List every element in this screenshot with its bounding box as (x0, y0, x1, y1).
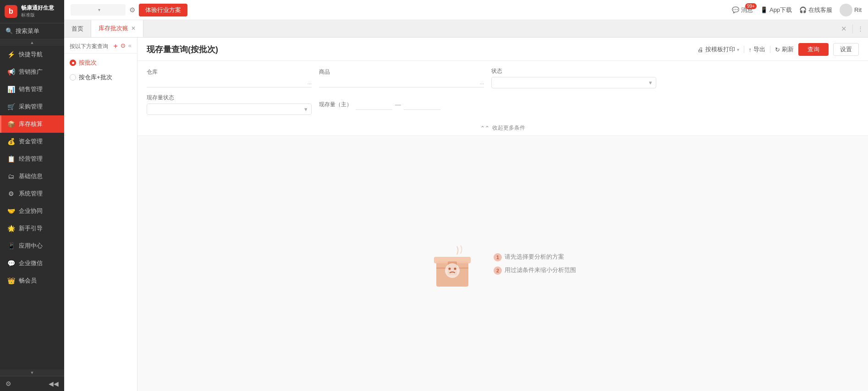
status-label: 状态 (491, 67, 656, 75)
sales-icon: 📊 (7, 86, 15, 93)
sidebar-scroll-up[interactable]: ▲ (0, 39, 64, 46)
sidebar: b 畅康通好生意 标准版 🔍 搜索菜单 ▲ ⚡ 快捷导航 📢 营销推广 📊 销售… (0, 0, 64, 391)
sidebar-item-member[interactable]: 👑 畅会员 (0, 272, 64, 289)
sidebar-item-app-center[interactable]: 📱 应用中心 (0, 237, 64, 255)
tab-inventory-batch-label: 库存批次账 (99, 24, 128, 33)
status-select[interactable]: ▾ (491, 77, 656, 88)
tab-home[interactable]: 首页 (64, 20, 91, 37)
page-title-actions: 🖨 按模板打印 ▾ ↑ 导出 ↻ 刷新 查询 设置 (698, 43, 859, 60)
sidebar-item-label: 资金管理 (19, 137, 43, 146)
page-title: 现存量查询(按批次) (147, 44, 218, 60)
sidebar-scroll-down[interactable]: ▼ (0, 369, 64, 376)
sidebar-item-basic[interactable]: 🗂 基础信息 (0, 168, 64, 185)
search-icon: 🔍 (5, 27, 13, 34)
phone-icon: 📱 (760, 6, 768, 13)
basic-icon: 🗂 (7, 173, 15, 180)
filter-row-2: 现存量状态 ▾ 现存量（主） — (147, 94, 859, 115)
search-menu-label: 搜索菜单 (16, 27, 39, 35)
panel-collapse-icon[interactable]: « (128, 42, 132, 50)
system-icon: ⚙ (7, 190, 15, 197)
export-button[interactable]: ↑ 导出 (749, 45, 766, 54)
topbar-gear-icon[interactable]: ⚙ (129, 6, 135, 14)
app-center-icon: 📱 (7, 242, 15, 250)
empty-state: 1 请先选择要分析的方案 2 用过滤条件来缩小分析范围 (137, 136, 868, 391)
empty-hint-2: 2 用过滤条件来缩小分析范围 (494, 266, 576, 275)
refresh-button[interactable]: ↻ 刷新 (775, 45, 794, 54)
svg-point-4 (445, 263, 460, 278)
app-download-button[interactable]: 📱 App下载 (760, 6, 792, 14)
stock-qty-to[interactable] (404, 99, 440, 110)
sidebar-header: b 畅康通好生意 标准版 (0, 0, 64, 23)
sidebar-item-enterprise-wechat[interactable]: 💬 企业微信 (0, 255, 64, 272)
sidebar-item-operations[interactable]: 📋 经营管理 (0, 150, 64, 168)
tab-menu-icon[interactable]: ⋮ (853, 25, 868, 32)
app-title-block: 畅康通好生意 标准版 (21, 5, 54, 18)
stock-qty-from[interactable] (356, 99, 392, 110)
topbar-search-area[interactable]: ▾ (71, 4, 126, 16)
operations-icon: 📋 (7, 155, 15, 163)
app-logo: b (5, 5, 17, 18)
scheme-item-warehouse-batch[interactable]: 按仓库+批次 (64, 70, 137, 85)
sidebar-item-new-user[interactable]: 🌟 新手引导 (0, 220, 64, 237)
company-name: 畅康通好生意 (21, 5, 54, 12)
sidebar-item-sales[interactable]: 📊 销售管理 (0, 81, 64, 98)
sidebar-item-inventory[interactable]: 📦 库存核算 (0, 115, 64, 133)
stock-status-label: 现存量状态 (147, 94, 312, 102)
action-divider-2 (770, 46, 770, 53)
sidebar-item-label: 企业协同 (19, 207, 43, 215)
scroll-up-icon: ▲ (30, 40, 34, 45)
sidebar-item-finance[interactable]: 💰 资金管理 (0, 133, 64, 150)
topbar: ▾ ⚙ 体验行业方案 💬 消息 99+ 📱 App下载 🎧 在线客服 Rit (64, 0, 868, 20)
sidebar-item-label: 基础信息 (19, 172, 43, 180)
tab-home-label: 首页 (71, 25, 83, 33)
sidebar-item-system[interactable]: ⚙ 系统管理 (0, 185, 64, 202)
left-panel-header: 按以下方案查询 + ⊙ « (64, 38, 137, 54)
main-area: ▾ ⚙ 体验行业方案 💬 消息 99+ 📱 App下载 🎧 在线客服 Rit (64, 0, 868, 391)
warehouse-label: 仓库 (147, 68, 312, 76)
warehouse-input[interactable]: ... (147, 78, 312, 87)
sidebar-item-label: 企业微信 (19, 259, 43, 267)
product-filter: 商品 ... (319, 68, 484, 87)
stock-qty-range: — (356, 99, 440, 110)
user-profile-button[interactable]: Rit (840, 4, 862, 16)
trial-button[interactable]: 体验行业方案 (139, 4, 187, 16)
sidebar-item-enterprise-collab[interactable]: 🤝 企业协同 (0, 202, 64, 220)
marketing-icon: 📢 (7, 68, 15, 76)
status-chevron: ▾ (649, 79, 652, 86)
settings-button[interactable]: 设置 (833, 43, 859, 56)
add-scheme-icon[interactable]: + (113, 42, 117, 50)
scheme-settings-icon[interactable]: ⊙ (121, 42, 126, 50)
sidebar-item-quick-nav[interactable]: ⚡ 快捷导航 (0, 46, 64, 63)
sidebar-item-marketing[interactable]: 📢 营销推广 (0, 63, 64, 81)
left-panel-actions: + ⊙ « (113, 42, 132, 50)
product-input[interactable]: ... (319, 78, 484, 87)
sidebar-item-label: 营销推广 (19, 68, 43, 76)
close-right-button[interactable]: ✕ (835, 25, 852, 33)
sidebar-item-label: 畅会员 (19, 277, 37, 285)
username-label: Rit (854, 6, 862, 13)
messages-button[interactable]: 💬 消息 99+ (732, 6, 753, 14)
search-menu[interactable]: 🔍 搜索菜单 (0, 23, 64, 39)
topbar-right: 💬 消息 99+ 📱 App下载 🎧 在线客服 Rit (732, 4, 862, 16)
user-avatar (840, 4, 852, 16)
export-label: 导出 (753, 45, 765, 54)
sidebar-nav: ⚡ 快捷导航 📢 营销推广 📊 销售管理 🛒 采购管理 📦 库存核算 💰 资金管… (0, 46, 64, 369)
refresh-label: 刷新 (782, 45, 794, 54)
empty-svg (429, 241, 480, 291)
query-button[interactable]: 查询 (798, 43, 829, 56)
stock-status-select[interactable]: ▾ (147, 103, 312, 115)
finance-icon: 💰 (7, 138, 15, 145)
sidebar-settings-icon[interactable]: ⚙ (5, 380, 11, 387)
scheme-item-batch[interactable]: 按批次 (64, 55, 137, 70)
collapse-more-button[interactable]: ⌃⌃ 收起更多条件 (147, 120, 859, 136)
tab-close-icon[interactable]: ✕ (131, 25, 136, 32)
sidebar-collapse-icon[interactable]: ◀◀ (49, 380, 59, 387)
online-service-button[interactable]: 🎧 在线客服 (799, 6, 832, 14)
print-button[interactable]: 🖨 按模板打印 ▾ (698, 45, 739, 54)
print-label: 按模板打印 (705, 45, 735, 54)
scheme-warehouse-batch-label: 按仓库+批次 (79, 73, 112, 81)
scheme-batch-label: 按批次 (79, 59, 97, 67)
tab-inventory-batch[interactable]: 库存批次账 ✕ (91, 20, 143, 37)
app-download-label: App下载 (769, 6, 792, 14)
sidebar-item-purchase[interactable]: 🛒 采购管理 (0, 98, 64, 115)
